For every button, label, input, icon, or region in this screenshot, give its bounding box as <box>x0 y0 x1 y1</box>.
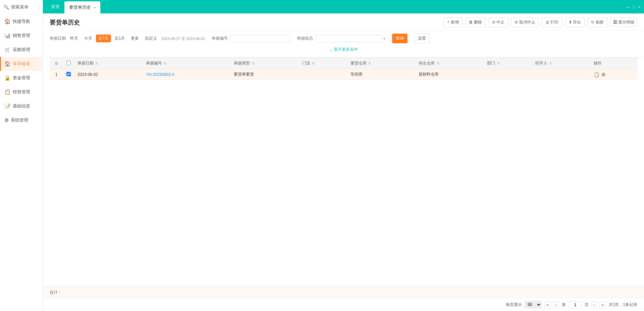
data-table: ⚙ 单据日期 ⇅ 单据编号 ⇅ <box>50 57 637 80</box>
minimize-button[interactable]: — <box>626 4 630 9</box>
sidebar-item-inventory[interactable]: 🏠 库存核算 <box>0 57 43 71</box>
sidebar-item-label: 资金管理 <box>13 75 30 81</box>
purchase-icon: 🛒 <box>4 47 11 53</box>
row-department <box>484 69 532 80</box>
col-checkbox <box>63 58 74 69</box>
page-label: 第 <box>562 302 566 308</box>
finance-icon: 🔒 <box>4 75 11 81</box>
filter-area: 单据日期 昨天 今天 近7天 近1月 更多 自定义 2023-05-27 至 2… <box>43 30 644 57</box>
print-button[interactable]: 🖨 打印 <box>542 17 562 27</box>
sidebar-item-quick-nav[interactable]: 🏠 快捷导航 <box>0 14 43 29</box>
date-btn-today[interactable]: 今天 <box>82 35 95 42</box>
tab-active-label: 要货单历史 <box>69 4 91 10</box>
date-btn-more[interactable]: 更多 <box>128 35 141 42</box>
row-order-no: YH-20230602-0 <box>143 69 230 80</box>
tab-home-label: 首页 <box>51 4 60 10</box>
total-label: 合计： <box>50 290 62 295</box>
col-store[interactable]: 门店 ⇅ <box>299 58 347 69</box>
col-handler[interactable]: 经手人 ⇅ <box>532 58 590 69</box>
settings-button[interactable]: 设置 <box>414 34 430 43</box>
total-info: 共1页，1条记录 <box>609 302 637 308</box>
date-btn-last7days[interactable]: 近7天 <box>96 35 111 42</box>
date-label: 单据日期 <box>50 36 66 41</box>
page-size-select[interactable]: 50 10 20 100 <box>525 301 542 308</box>
cancel-suspend-button[interactable]: ⊘ 取消中止 <box>511 17 539 27</box>
sidebar-item-label: 销售管理 <box>13 33 30 39</box>
row-operation-cell: 📋 ⚙ <box>590 69 637 80</box>
filter-row-1: 单据日期 昨天 今天 近7天 近1月 更多 自定义 2023-05-27 至 2… <box>50 34 637 43</box>
suspend-button[interactable]: ⊘ 中止 <box>488 17 508 27</box>
date-btn-yesterday[interactable]: 昨天 <box>68 35 80 42</box>
page-suffix: 页 <box>585 302 589 308</box>
col-department-label: 部门 <box>487 61 495 65</box>
col-req-warehouse[interactable]: 要货仓库 ⇅ <box>347 58 416 69</box>
expand-more-btn[interactable]: ⌄ 展开更多条件 <box>50 45 637 54</box>
row-date: 2023-06-02 <box>74 69 143 80</box>
prev-page-button[interactable]: ‹ <box>553 301 559 308</box>
refresh-button[interactable]: ↻ 刷新 <box>587 17 607 27</box>
next-page-button[interactable]: › <box>591 301 597 308</box>
sidebar-item-operation[interactable]: 📋 经营管理 <box>0 85 43 99</box>
page-number-input[interactable] <box>569 301 582 308</box>
expand-label: 展开更多条件 <box>334 47 358 52</box>
row-detail-icon[interactable]: ⚙ <box>601 72 606 77</box>
maximize-button[interactable]: □ <box>633 4 636 9</box>
select-all-checkbox[interactable] <box>66 61 71 65</box>
sales-icon: 📊 <box>4 33 11 39</box>
window-close-button[interactable]: × <box>638 4 641 9</box>
export-button[interactable]: ⬆ 导出 <box>565 17 585 27</box>
sidebar-search[interactable]: 🔍 搜索菜单 <box>0 0 43 14</box>
page-header: 要货单历史 + 新增 🗑 删除 ⊘ 中止 ⊘ 取消中止 🖨 打印 ⬆ 导出 ↻ … <box>43 13 644 30</box>
status-select[interactable] <box>315 35 382 42</box>
add-button[interactable]: + 新增 <box>443 17 462 27</box>
col-order-type[interactable]: 单据类型 ⇅ <box>230 58 299 69</box>
status-label: 单据状态 <box>297 36 313 41</box>
status-dropdown-icon[interactable]: ▾ <box>383 36 385 41</box>
inventory-icon: 🏠 <box>4 61 11 67</box>
delete-button[interactable]: 🗑 删除 <box>465 17 486 27</box>
display-detail-button[interactable]: ☰ 显示明细 <box>610 18 637 27</box>
order-no-label: 单据编号 <box>212 36 228 41</box>
col-operation-label: 操作 <box>594 61 602 65</box>
first-page-button[interactable]: « <box>544 301 551 308</box>
row-pending-warehouse: 原材料仓库 <box>415 69 484 80</box>
page-size-label: 每页显示 <box>506 302 522 308</box>
sidebar-item-system[interactable]: ⚙ 系统管理 <box>0 113 43 127</box>
sort-order-no-icon: ⇅ <box>164 61 166 65</box>
date-btn-last1month[interactable]: 近1月 <box>112 35 127 42</box>
col-pending-warehouse[interactable]: 待出仓库 ⇅ <box>415 58 484 69</box>
col-date[interactable]: 单据日期 ⇅ <box>74 58 143 69</box>
sidebar-item-label: 快捷导航 <box>13 18 30 25</box>
row-num: 1 <box>50 69 63 80</box>
sidebar-item-label: 库存核算 <box>13 61 30 67</box>
col-order-no[interactable]: 单据编号 ⇅ <box>143 58 230 69</box>
system-icon: ⚙ <box>4 117 9 123</box>
sidebar-item-basic-info[interactable]: 📝 基础信息 <box>0 99 43 113</box>
col-handler-label: 经手人 <box>535 61 547 65</box>
row-edit-icon[interactable]: 📋 <box>594 72 599 77</box>
row-checkbox-cell <box>63 69 74 80</box>
topbar: 首页 要货单历史 × — □ × <box>43 0 644 13</box>
table-wrapper: ⚙ 单据日期 ⇅ 单据编号 ⇅ <box>43 57 644 286</box>
status-filter: 单据状态 ▾ <box>297 35 385 42</box>
row-action-icons: 📋 ⚙ <box>594 72 634 77</box>
col-department[interactable]: 部门 ⇅ <box>484 58 532 69</box>
sidebar-item-finance[interactable]: 🔒 资金管理 <box>0 71 43 85</box>
last-page-button[interactable]: » <box>599 301 606 308</box>
row-order-no-link[interactable]: YH-20230602-0 <box>146 72 174 77</box>
sort-pending-warehouse-icon: ⇅ <box>437 61 439 65</box>
row-checkbox[interactable] <box>66 72 71 76</box>
date-range-text: 2023-05-27 至 2023-06-02 <box>161 36 205 41</box>
col-order-no-label: 单据编号 <box>146 61 162 65</box>
sort-store-icon: ⇅ <box>312 61 315 65</box>
tab-close-icon[interactable]: × <box>94 5 96 9</box>
tab-home[interactable]: 首页 <box>46 0 64 13</box>
tab-active[interactable]: 要货单历史 × <box>64 1 100 13</box>
table-row[interactable]: 1 2023-06-02 YH-20230602-0 要货单要货 车间库 原材料… <box>50 69 637 80</box>
order-no-input[interactable] <box>230 35 290 42</box>
date-btn-custom[interactable]: 自定义 <box>143 35 159 42</box>
sidebar-item-sales[interactable]: 📊 销售管理 <box>0 29 43 43</box>
sidebar-item-purchase[interactable]: 🛒 采购管理 <box>0 43 43 57</box>
query-button[interactable]: 查询 <box>392 34 408 43</box>
table-settings-icon[interactable]: ⚙ <box>55 61 58 66</box>
